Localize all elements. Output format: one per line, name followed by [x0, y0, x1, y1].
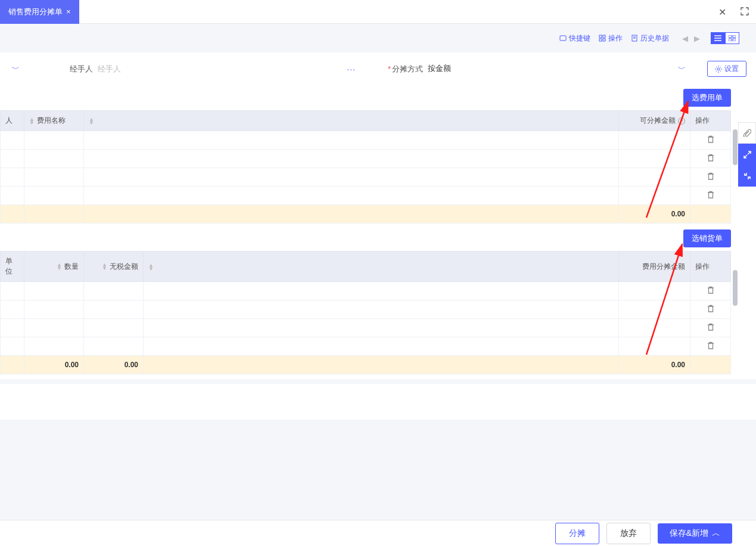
- scroll-track[interactable]: [732, 129, 738, 203]
- svg-rect-2: [603, 35, 605, 38]
- handler-label: 经手人: [70, 64, 93, 75]
- expand-out-button[interactable]: [738, 144, 756, 165]
- discard-button[interactable]: 放弃: [606, 523, 651, 544]
- col-alloc-header[interactable]: 费用分摊金额: [619, 252, 690, 282]
- svg-rect-1: [599, 35, 602, 38]
- expand-in-button[interactable]: [738, 165, 756, 187]
- select-sales-button[interactable]: 选销货单: [683, 229, 731, 247]
- toolbar: 快捷键 操作 历史单据 ◀ ▶: [0, 24, 756, 52]
- scroll-track[interactable]: [732, 270, 738, 344]
- col-unit-header[interactable]: 单位: [1, 252, 24, 282]
- expense-total-row: 0.00: [1, 205, 731, 224]
- col-notax-header[interactable]: ▲▼无税金额: [84, 252, 144, 282]
- tabs-bar: 销售费用分摊单 × ✕: [0, 0, 756, 24]
- form-area: ﹀ 经手人 ··· *分摊方式 ﹀ 设置: [0, 52, 756, 83]
- save-new-button[interactable]: 保存&新增 ︿: [658, 523, 732, 544]
- col-blank2-header[interactable]: ▲▼: [144, 252, 619, 282]
- shortcut-label: 快捷键: [569, 33, 590, 44]
- svg-rect-0: [560, 36, 566, 41]
- sales-total-row: 0.00 0.00 0.00: [1, 356, 731, 374]
- sales-table-container: 单位 ▲▼数量 ▲▼无税金额 ▲▼ 费用分摊金额 操作 0.00 0.00 0.…: [0, 251, 756, 374]
- col-allocatable-header[interactable]: 可分摊金额?: [619, 111, 690, 131]
- table-row[interactable]: [1, 300, 731, 319]
- method-chevron-icon[interactable]: ﹀: [678, 64, 686, 75]
- float-panel: [738, 122, 756, 187]
- view-toggle: [711, 32, 739, 44]
- method-input[interactable]: [428, 63, 673, 75]
- allocate-button[interactable]: 分摊: [555, 523, 599, 544]
- operation-link[interactable]: 操作: [599, 33, 623, 44]
- svg-rect-14: [733, 39, 736, 41]
- table-row[interactable]: [1, 168, 731, 187]
- delete-row-button[interactable]: [690, 337, 731, 356]
- attachment-button[interactable]: [738, 122, 756, 144]
- sales-table: 单位 ▲▼数量 ▲▼无税金额 ▲▼ 费用分摊金额 操作 0.00 0.00 0.…: [0, 251, 731, 374]
- expense-section-actions: 选费用单: [0, 83, 756, 110]
- view-grid-icon[interactable]: [725, 32, 739, 44]
- svg-rect-3: [599, 39, 602, 41]
- window-controls: ✕: [716, 0, 751, 24]
- sales-total-qty: 0.00: [24, 356, 84, 374]
- expense-table: 人 ▲▼费用名称 ▲▼ 可分摊金额? 操作 0.00: [0, 110, 731, 224]
- sales-total-notax: 0.00: [84, 356, 144, 374]
- col-partial-header[interactable]: 人: [1, 111, 24, 131]
- operation-label: 操作: [608, 33, 623, 44]
- col-expense-name-header[interactable]: ▲▼费用名称: [24, 111, 84, 131]
- info-icon[interactable]: ?: [678, 117, 685, 125]
- table-row[interactable]: [1, 131, 731, 150]
- method-label: *分摊方式: [388, 64, 423, 75]
- close-icon[interactable]: ✕: [716, 4, 729, 20]
- table-row[interactable]: [1, 282, 731, 300]
- table-row[interactable]: [1, 319, 731, 337]
- history-label: 历史单据: [640, 33, 669, 44]
- method-field: *分摊方式 ﹀: [388, 63, 686, 75]
- scroll-thumb[interactable]: [733, 270, 738, 306]
- gear-icon: [715, 66, 722, 73]
- tab-title: 销售费用分摊单: [8, 7, 63, 17]
- delete-row-button[interactable]: [690, 300, 731, 319]
- col-action-header: 操作: [690, 111, 731, 131]
- table-row[interactable]: [1, 150, 731, 168]
- sales-section-actions: 选销货单: [0, 224, 756, 251]
- footer: 分摊 放弃 保存&新增 ︿: [0, 520, 756, 546]
- delete-row-button[interactable]: [690, 168, 731, 187]
- save-new-label: 保存&新增: [670, 528, 708, 539]
- handler-picker-icon[interactable]: ···: [347, 64, 356, 74]
- handler-input[interactable]: [98, 63, 342, 75]
- select-expense-button[interactable]: 选费用单: [683, 89, 731, 107]
- settings-label: 设置: [724, 64, 739, 74]
- col-action2-header: 操作: [690, 252, 731, 282]
- svg-point-15: [717, 68, 720, 70]
- table-row[interactable]: [1, 187, 731, 205]
- scroll-thumb[interactable]: [733, 129, 738, 165]
- expense-total-value: 0.00: [619, 205, 690, 224]
- delete-row-button[interactable]: [690, 150, 731, 168]
- active-tab[interactable]: 销售费用分摊单 ×: [0, 0, 79, 24]
- tab-close-icon[interactable]: ×: [66, 7, 71, 16]
- chevron-down-icon[interactable]: ﹀: [12, 64, 20, 75]
- col-qty-header[interactable]: ▲▼数量: [24, 252, 84, 282]
- delete-row-button[interactable]: [690, 131, 731, 150]
- view-list-icon[interactable]: [711, 32, 725, 44]
- col-blank-header[interactable]: ▲▼: [84, 111, 619, 131]
- prev-record-icon[interactable]: ◀: [680, 33, 690, 44]
- delete-row-button[interactable]: [690, 282, 731, 300]
- settings-button[interactable]: 设置: [707, 61, 746, 77]
- next-record-icon[interactable]: ▶: [692, 33, 702, 44]
- shortcut-link[interactable]: 快捷键: [559, 33, 590, 44]
- expand-icon[interactable]: [738, 5, 751, 20]
- handler-field: 经手人 ···: [70, 63, 356, 75]
- expense-table-container: 人 ▲▼费用名称 ▲▼ 可分摊金额? 操作 0.00: [0, 110, 756, 224]
- svg-rect-4: [603, 39, 605, 41]
- delete-row-button[interactable]: [690, 319, 731, 337]
- delete-row-button[interactable]: [690, 187, 731, 205]
- record-nav: ◀ ▶: [680, 33, 702, 44]
- history-link[interactable]: 历史单据: [631, 33, 669, 44]
- svg-rect-13: [729, 39, 732, 41]
- svg-rect-12: [733, 35, 736, 38]
- sales-total-alloc: 0.00: [619, 356, 690, 374]
- table-row[interactable]: [1, 337, 731, 356]
- chevron-up-icon: ︿: [712, 528, 720, 539]
- svg-rect-11: [729, 35, 732, 38]
